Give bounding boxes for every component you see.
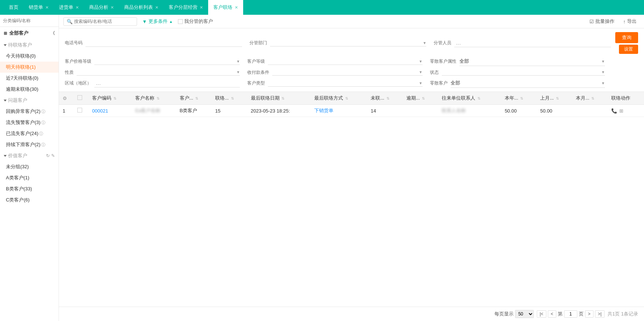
nav-sales-order[interactable]: 销货单 ✕ xyxy=(24,0,54,15)
row-code[interactable]: 000021 xyxy=(88,105,132,117)
table-select-all-checkbox[interactable] xyxy=(77,95,82,100)
close-analysis-list-icon[interactable]: ✕ xyxy=(155,5,158,10)
phone-action-icon[interactable]: 📞 xyxy=(611,108,617,114)
row-last-date: 2023-05-23 18:25: xyxy=(247,105,311,117)
sort-lastmonth-icon[interactable]: ⇅ xyxy=(556,96,559,100)
data-table-container: ⚙ 客户编码 ⇅ 客户名称 ⇅ xyxy=(59,92,644,307)
sidebar-item-churned[interactable]: 已流失客户(24) ⓘ xyxy=(0,128,59,139)
filter-status-select[interactable]: ▼ xyxy=(442,69,605,76)
edit-icon[interactable]: ✎ xyxy=(51,153,55,158)
sidebar-item-class-a[interactable]: A类客户(1) xyxy=(0,172,59,183)
sort-date-icon[interactable]: ⇅ xyxy=(281,96,284,100)
nav-home[interactable]: 首页 xyxy=(4,0,24,15)
nav-customer-contact[interactable]: 客户联络 ✕ xyxy=(208,0,243,15)
sort-year-icon[interactable]: ⇅ xyxy=(520,96,523,100)
sidebar-item-tomorrow-pending[interactable]: 明天待联络(1) xyxy=(0,62,59,73)
search-input[interactable] xyxy=(74,19,134,24)
sort-unlink-icon[interactable]: ⇅ xyxy=(386,96,389,100)
sidebar-item-7days-pending[interactable]: 近7天待联络(0) xyxy=(0,73,59,84)
row-name: Ea客户名称 xyxy=(132,105,176,117)
first-page-btn[interactable]: |< xyxy=(537,310,546,318)
grid-icon: ⊞ xyxy=(4,31,7,36)
more-conditions-btn[interactable]: ▼ 更多条件 ▲ xyxy=(140,17,175,26)
sidebar-item-class-c[interactable]: C类客户(6) xyxy=(0,194,59,206)
my-customers-checkbox[interactable] xyxy=(178,19,183,24)
refresh-icon[interactable]: ↻ xyxy=(46,153,50,158)
prev-page-btn[interactable]: < xyxy=(548,310,556,318)
sidebar-item-ungrouped[interactable]: 未分组(32) xyxy=(0,161,59,172)
row-select-checkbox[interactable] xyxy=(77,108,82,113)
sidebar-item-class-b[interactable]: B类客户(33) xyxy=(0,183,59,194)
my-customers-checkbox-group[interactable]: 我分管的客户 xyxy=(178,18,213,25)
nav-product-analysis-list[interactable]: 商品分析列表 ✕ xyxy=(119,0,164,15)
last-page-btn[interactable]: >| xyxy=(595,310,605,318)
filter-row-2: 客户价格等级 ▼ 客户等级 ▼ 零散客户属性 全部 ▼ xyxy=(65,57,638,66)
th-unlink: 未联... ⇅ xyxy=(367,92,402,105)
close-sales-icon[interactable]: ✕ xyxy=(45,5,49,10)
filter-payment-select[interactable]: ▼ xyxy=(272,69,422,76)
next-page-btn[interactable]: > xyxy=(585,310,594,318)
sort-type-icon[interactable]: ⇅ xyxy=(195,96,198,100)
th-this-month: 本月... ⇅ xyxy=(572,92,608,105)
sort-thismonth-icon[interactable]: ⇅ xyxy=(591,96,594,100)
table-row: 1 000021 Ea客户名称 B类客户 15 2023-05-23 18:25… xyxy=(59,105,644,117)
close-analysis-icon[interactable]: ✕ xyxy=(111,5,114,10)
batch-operation-btn[interactable]: ☑ 批量操作 xyxy=(587,17,617,26)
sidebar-item-overdue-pending[interactable]: 逾期未联络(30) xyxy=(0,84,59,95)
page-number-input[interactable] xyxy=(564,310,577,318)
close-tier-icon[interactable]: ✕ xyxy=(200,5,203,10)
filter-region-select[interactable]: … xyxy=(94,79,240,87)
sidebar-all-customers[interactable]: ⊞ 全部客户 《 xyxy=(0,27,59,39)
sidebar-item-declining[interactable]: 持续下滑客户(2) ⓘ xyxy=(0,139,59,150)
pending-arrow xyxy=(4,44,7,46)
page-input-group: 第 页 xyxy=(558,310,584,318)
sidebar-item-today-pending[interactable]: 今天待联络(0) xyxy=(0,51,59,62)
sidebar-item-abnormal-repurchase[interactable]: 回购异常客户(2) ⓘ xyxy=(0,106,59,117)
filter-phone-input[interactable] xyxy=(85,39,242,47)
page-size-dropdown[interactable]: 50 100 200 xyxy=(515,310,534,318)
customer-type-chevron: ▼ xyxy=(419,81,423,85)
export-btn[interactable]: ↑ 导出 xyxy=(620,17,640,26)
filter-retail-attr-cell: 零散客户属性 全部 ▼ xyxy=(430,57,605,66)
filter-payment-cell: 收付款条件 ▼ xyxy=(247,69,422,76)
total-records-label: 共1页 1条记录 xyxy=(608,311,638,317)
manager-dots[interactable]: … xyxy=(456,40,461,46)
table-settings-icon[interactable]: ⚙ xyxy=(63,96,67,101)
sidebar-search-input[interactable] xyxy=(3,18,58,23)
filter-dept-select[interactable]: ▼ xyxy=(270,40,427,46)
filter-gender-select[interactable]: ▼ xyxy=(77,69,240,76)
filter-manager-cell: 分管人员 … xyxy=(434,39,611,47)
filter-phone-cell: 电话号码 xyxy=(65,39,242,47)
settings-button[interactable]: 设置 xyxy=(619,45,638,54)
close-contact-icon[interactable]: ✕ xyxy=(235,5,238,10)
dept-chevron: ▼ xyxy=(423,41,426,45)
last-method-link[interactable]: 下销货单 xyxy=(314,108,333,113)
filter-retail-attr-select[interactable]: 全部 ▼ xyxy=(459,57,605,66)
region-dots[interactable]: … xyxy=(96,80,101,86)
filter-manager-select[interactable]: … xyxy=(454,39,611,47)
query-button[interactable]: 查询 xyxy=(615,32,638,43)
filter-customer-type-select[interactable]: ▼ xyxy=(268,80,422,87)
filter-price-level-select[interactable]: ▼ xyxy=(94,58,240,65)
close-purchase-icon[interactable]: ✕ xyxy=(76,5,79,10)
th-contact: 联络... ⇅ xyxy=(211,92,247,105)
nav-customer-tier[interactable]: 客户分层经营 ✕ xyxy=(164,0,208,15)
sort-method-icon[interactable]: ⇅ xyxy=(345,96,348,100)
level-chevron: ▼ xyxy=(419,59,423,63)
filter-customer-level-select[interactable]: ▼ xyxy=(268,58,422,65)
sort-contact-icon[interactable]: ⇅ xyxy=(231,96,234,100)
sort-person-icon[interactable]: ⇅ xyxy=(477,96,480,100)
nav-product-analysis[interactable]: 商品分析 ✕ xyxy=(84,0,119,15)
collapse-icon[interactable]: 《 xyxy=(50,30,55,37)
sidebar-item-churn-warning[interactable]: 流失预警客户(3) ⓘ xyxy=(0,117,59,128)
row-contact-count: 15 xyxy=(211,105,247,117)
row-type: B类客户 xyxy=(176,105,211,117)
filter-retail-customer-select[interactable]: 全部 ▼ xyxy=(451,79,605,88)
sort-overdue-icon[interactable]: ⇅ xyxy=(422,96,425,100)
sort-name-icon[interactable]: ⇅ xyxy=(157,96,160,100)
more-action-icon[interactable]: ⊞ xyxy=(619,108,623,114)
sort-code-icon[interactable]: ⇅ xyxy=(113,96,116,100)
nav-purchase-order[interactable]: 进货单 ✕ xyxy=(54,0,84,15)
filter-customer-level-cell: 客户等级 ▼ xyxy=(247,58,422,65)
price-chevron: ▼ xyxy=(236,59,240,63)
